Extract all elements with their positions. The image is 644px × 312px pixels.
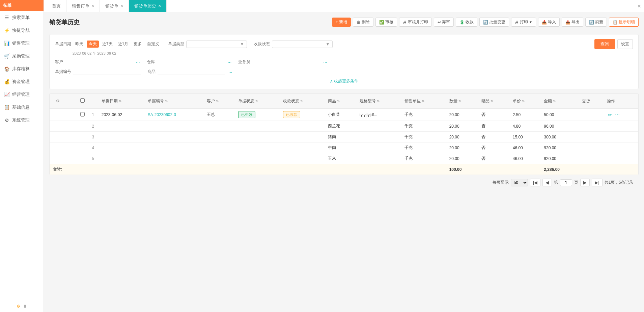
sidebar-item-purchase-mgmt[interactable]: 🛒 采购管理 bbox=[0, 50, 44, 62]
th-gift[interactable]: 赠品 ⇅ bbox=[478, 94, 509, 109]
date-btn-today[interactable]: 今天 bbox=[87, 41, 99, 48]
staff-dots-icon[interactable]: ··· bbox=[323, 59, 327, 65]
settings-button[interactable]: 设置 bbox=[617, 39, 633, 49]
goods-input[interactable] bbox=[158, 69, 225, 75]
warehouse-dots-icon[interactable]: ··· bbox=[228, 59, 232, 65]
th-goods[interactable]: 商品 ⇅ bbox=[325, 94, 356, 109]
sidebar-item-basic-info[interactable]: 📋 基础信息 bbox=[0, 101, 44, 114]
row-unitprice-5: 46.00 bbox=[509, 153, 541, 164]
date-btn-more[interactable]: 更多 bbox=[132, 41, 144, 48]
row-qty-5: 20.00 bbox=[446, 153, 478, 164]
tab-sales-goods[interactable]: 销货单 ✕ bbox=[100, 0, 129, 12]
doc-no-label: 单据编号 bbox=[55, 69, 71, 75]
sidebar-item-quick-nav[interactable]: ⚡ 快捷导航 bbox=[0, 24, 44, 37]
th-customer[interactable]: 客户 ⇅ bbox=[203, 94, 235, 109]
tabs-close-all[interactable]: ✕ bbox=[637, 3, 641, 9]
print-button[interactable]: 🖨 打印 ▼ bbox=[511, 18, 536, 27]
row-gift-2: 否 bbox=[478, 121, 509, 132]
sidebar-gear-icon[interactable]: ⚙ bbox=[17, 304, 20, 309]
tab-sales-history[interactable]: 销货单历史 ✕ bbox=[129, 0, 167, 12]
row-docno-1[interactable]: SA-20230602-0 bbox=[144, 109, 203, 121]
tab-sales-order[interactable]: 销售订单 ✕ bbox=[66, 0, 100, 12]
prev-page-button[interactable]: ◀ bbox=[542, 179, 552, 186]
row-amount-5: 920.00 bbox=[540, 153, 578, 164]
tab-home[interactable]: 首页 bbox=[47, 0, 66, 12]
delete-button[interactable]: 🗑 删除 bbox=[353, 18, 373, 27]
th-collect-status[interactable]: 收款状态 ⇅ bbox=[280, 94, 325, 109]
abandon-button[interactable]: ↩ 弃审 bbox=[434, 18, 454, 27]
th-qty[interactable]: 数量 ⇅ bbox=[446, 94, 478, 109]
new-button[interactable]: + 新增 bbox=[332, 18, 351, 27]
summary-rest bbox=[579, 164, 638, 175]
date-btn-custom[interactable]: 自定义 bbox=[145, 41, 161, 48]
more-icon-1[interactable]: ⋯ bbox=[615, 112, 620, 118]
collapse-button[interactable]: ∧ 收起更多条件 bbox=[55, 78, 633, 84]
sidebar-item-system-mgmt[interactable]: ⚙ 系统管理 bbox=[0, 114, 44, 127]
sidebar-item-operations[interactable]: 📈 经营管理 bbox=[0, 88, 44, 101]
first-page-button[interactable]: |◀ bbox=[530, 179, 540, 186]
row-1-checkbox[interactable] bbox=[80, 112, 85, 116]
row-checkbox-2 bbox=[77, 121, 88, 132]
date-btn-1month[interactable]: 近1月 bbox=[116, 41, 131, 48]
export-button[interactable]: 📤 导出 bbox=[562, 18, 583, 27]
page-number-input[interactable] bbox=[560, 179, 572, 186]
row-settings-4 bbox=[50, 142, 77, 153]
date-btn-7days[interactable]: 近7天 bbox=[100, 41, 115, 48]
audit-print-button[interactable]: 🖨 审核并打印 bbox=[399, 18, 432, 27]
row-no-5: 5 bbox=[88, 153, 98, 164]
th-amount[interactable]: 金额 ⇅ bbox=[540, 94, 578, 109]
batch-change-button[interactable]: 🔄 批量变更 bbox=[479, 18, 509, 27]
doc-type-select[interactable]: ▼ bbox=[186, 41, 247, 48]
audit-icon: ✅ bbox=[379, 20, 384, 25]
th-doc-no[interactable]: 单据编号 ⇅ bbox=[144, 94, 203, 109]
import-button[interactable]: 📥 导入 bbox=[538, 18, 560, 27]
sort-goods-icon: ⇅ bbox=[337, 99, 340, 103]
tab-sales-history-close[interactable]: ✕ bbox=[158, 4, 161, 8]
row-docstatus-4 bbox=[235, 142, 280, 153]
last-page-button[interactable]: ▶| bbox=[592, 179, 602, 186]
select-all-checkbox[interactable] bbox=[80, 98, 85, 103]
customer-dots-icon[interactable]: ··· bbox=[136, 59, 140, 65]
next-page-button[interactable]: ▶ bbox=[580, 179, 590, 186]
tab-sales-order-close[interactable]: ✕ bbox=[91, 4, 94, 8]
row-docstatus-1: 已生效 bbox=[235, 109, 280, 121]
show-detail-button[interactable]: 📋 显示明细 bbox=[609, 18, 639, 27]
table-row: 3 猪肉 千克 20.00 否 15.00 300.00 bbox=[50, 132, 638, 142]
row-spectype-5 bbox=[356, 153, 401, 164]
goods-dots-icon[interactable]: ··· bbox=[228, 69, 232, 75]
sidebar-item-finance[interactable]: 💰 资金管理 bbox=[0, 75, 44, 88]
doc-type-label: 单据类型 bbox=[168, 41, 184, 47]
staff-input[interactable] bbox=[252, 59, 320, 65]
tab-sales-goods-close[interactable]: ✕ bbox=[120, 4, 123, 8]
table-gear-icon[interactable]: ⚙ bbox=[53, 96, 62, 106]
sidebar-pause-icon[interactable]: ⏸ bbox=[23, 304, 27, 309]
main-area: 首页 销售订单 ✕ 销货单 ✕ 销货单历史 ✕ ✕ 销货单历史 + 新增 🗑 删… bbox=[44, 0, 644, 312]
sidebar-item-search-menu[interactable]: ☰ 搜索菜单 bbox=[0, 11, 44, 24]
th-spec-type[interactable]: 规格型号 ⇅ bbox=[356, 94, 401, 109]
collect-status-select[interactable]: ▼ bbox=[272, 41, 333, 48]
audit-button[interactable]: ✅ 审核 bbox=[375, 18, 397, 27]
operations-icon: 📈 bbox=[4, 92, 9, 97]
sidebar-item-inventory[interactable]: 🏠 库存核算 bbox=[0, 62, 44, 75]
row-gift-1: 否 bbox=[478, 109, 509, 121]
sidebar-item-sales-mgmt[interactable]: 📊 销售管理 bbox=[0, 37, 44, 50]
edit-icon-1[interactable]: ✏ bbox=[608, 112, 612, 118]
th-doc-status[interactable]: 单据状态 ⇅ bbox=[235, 94, 280, 109]
table-row: 5 玉米 千克 20.00 否 46.00 920.00 bbox=[50, 153, 638, 164]
th-unit-price[interactable]: 单价 ⇅ bbox=[509, 94, 541, 109]
collect-button[interactable]: 💲 收款 bbox=[456, 18, 477, 27]
row-checkbox-4 bbox=[77, 142, 88, 153]
refresh-button[interactable]: 🔃 刷新 bbox=[585, 18, 607, 27]
th-sales-unit[interactable]: 销售单位 ⇅ bbox=[401, 94, 446, 109]
filter-goods: 商品 ··· bbox=[147, 69, 232, 75]
customer-input[interactable] bbox=[65, 59, 133, 65]
per-page-select[interactable]: 50 100 bbox=[511, 179, 528, 186]
filter-warehouse: 仓库 ··· bbox=[147, 59, 232, 65]
row-no-3: 3 bbox=[88, 132, 98, 142]
doc-no-input[interactable] bbox=[73, 69, 141, 75]
date-btn-yesterday[interactable]: 昨天 bbox=[73, 41, 85, 48]
row-checkbox-3 bbox=[77, 132, 88, 142]
th-date[interactable]: 单据日期 ⇅ bbox=[98, 94, 144, 109]
warehouse-input[interactable] bbox=[157, 59, 224, 65]
query-button[interactable]: 查询 bbox=[594, 39, 615, 49]
